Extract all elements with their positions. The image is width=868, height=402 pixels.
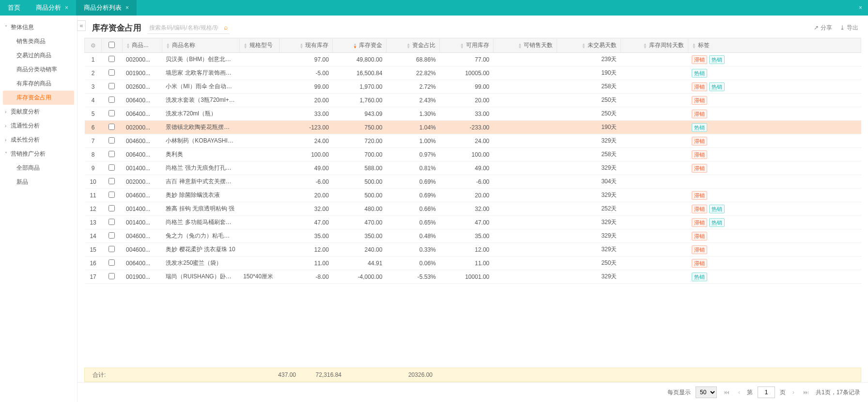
row-checkbox[interactable] [108,232,115,239]
badge-slow: 滞销 [692,110,707,118]
tab-close-icon[interactable]: × [65,4,68,11]
table-row[interactable]: 5006400...洗发水720ml（瓶）33.00943.091.30%33.… [85,107,861,121]
col-header-name[interactable]: ▲▼商品名称 [162,38,239,53]
cell-name: 小米（MI）雨伞 全自动折叠 [162,80,239,94]
cell-noTrade: 329天 [557,134,621,148]
row-checkbox[interactable] [108,96,115,103]
cell-fund: -4,000.00 [333,270,386,284]
row-checkbox[interactable] [108,151,115,157]
table-row[interactable]: 14004600...兔之力（兔の力）粘毛器粘35.00350.000.48%3… [85,229,861,243]
row-checkbox[interactable] [108,205,115,211]
tab-商品分析列表[interactable]: 商品分析列表× [76,0,137,16]
row-checkbox[interactable] [108,246,115,252]
cell-turnover [620,134,688,148]
cell-code: 004600... [122,189,162,202]
row-checkbox[interactable] [108,83,115,89]
table-row[interactable]: 7004600...小林制药（KOBAYASHI）日24.00720.001.0… [85,134,861,148]
tree-group-贡献度分析[interactable]: ›贡献度分析 [0,105,77,119]
tree-leaf-新品[interactable]: 新品 [0,175,77,189]
caret-right-icon: › [5,137,11,143]
row-tags: 滞销热销 [688,53,861,66]
cell-fund: 240.00 [333,243,386,257]
row-checkbox[interactable] [108,178,115,184]
tab-商品分析[interactable]: 商品分析× [28,0,76,16]
table-row[interactable]: 17001900...瑞尚（RUISHANG）卧室音150*40厘米-8.00-… [85,270,861,284]
tree-leaf-商品分类动销率[interactable]: 商品分类动销率 [0,63,77,77]
pager-last-icon[interactable]: ⏭ [801,389,811,396]
col-header-saleDays[interactable]: ▲▼可销售天数 [493,38,557,53]
row-checkbox[interactable] [108,273,115,279]
row-index: 7 [85,134,102,148]
table-row[interactable]: 9001400...尚格兰 强力无痕免打孔浴室49.00588.000.81%4… [85,161,861,175]
tree-group-整体信息[interactable]: ˅整体信息 [0,20,77,34]
pager-first-icon[interactable]: ⏮ [722,389,731,396]
row-checkbox[interactable] [108,124,115,130]
share-button[interactable]: ↗ 分享 [814,24,832,32]
row-checkbox[interactable] [108,164,115,171]
cell-turnover [620,216,688,229]
window-close-icon[interactable]: × [856,0,865,16]
pager: 每页显示 50 ⏮ ‹ 第 页 › ⏭ 共1页，17条记录 [78,382,868,402]
row-checkbox[interactable] [108,192,115,198]
row-checkbox[interactable] [108,56,115,62]
row-checkbox[interactable] [108,137,115,144]
tree-leaf-销售类商品[interactable]: 销售类商品 [0,34,77,48]
col-header-code[interactable]: ▲▼商品... [122,38,162,53]
table-row[interactable]: 15004600...奥妙 樱花柔护 洗衣凝珠 1012.00240.000.3… [85,243,861,257]
tree-leaf-有库存的商品[interactable]: 有库存的商品 [0,77,77,91]
gear-icon[interactable]: ⚙ [91,42,96,49]
tree-leaf-库存资金占用[interactable]: 库存资金占用 [3,91,74,105]
col-header-avail[interactable]: ▲▼可用库存 [440,38,493,53]
col-header-stock[interactable]: ▲▼现有库存 [279,38,332,53]
table-row[interactable]: 13001400...尚格兰 多功能马桶刷套装 月47.00470.000.65… [85,216,861,229]
col-header-noTrade[interactable]: ▲▼未交易天数 [557,38,621,53]
row-checkbox[interactable] [108,110,115,116]
col-header-spec[interactable]: ▲▼规格型号 [239,38,279,53]
row-tags: 滞销 [688,229,861,243]
pager-prev-icon[interactable]: ‹ [736,389,742,396]
row-checkbox[interactable] [108,69,115,76]
cell-name: 雅高 挂钩 无痕透明粘钩 强 [162,202,239,216]
col-header-turnover[interactable]: ▲▼库存周转天数 [620,38,688,53]
badge-slow: 滞销 [692,55,707,64]
row-checkbox[interactable] [108,219,115,225]
col-header-fund[interactable]: ▲▼库存资金 [333,38,386,53]
per-page-select[interactable]: 50 [696,386,717,398]
pager-next-icon[interactable]: › [790,389,796,396]
search-icon[interactable]: ⌕ [224,23,228,31]
export-button[interactable]: ⤓ 导出 [840,24,858,32]
tree-group-成长性分析[interactable]: ›成长性分析 [0,133,77,147]
col-header-tags[interactable]: ▲▼标签 [688,38,861,53]
cell-noTrade: 329天 [557,161,621,175]
table-row[interactable]: 11004600...奥妙 除菌除螨洗衣液20.00500.000.69%20.… [85,189,861,202]
cell-pct: 0.69% [386,189,439,202]
table-row[interactable]: 16006400...洗发水250蜜兰（袋）11.0044.910.06%11.… [85,257,861,270]
cell-name: 洗发水250蜜兰（袋） [162,257,239,270]
table-row[interactable]: 8006400...奥利奥100.00700.000.97%100.00258天… [85,148,861,161]
cell-code: 001400... [122,216,162,229]
table-row[interactable]: 3002600...小米（MI）雨伞 全自动折叠99.001,970.002.7… [85,80,861,94]
table-row[interactable]: 6002000...景德镇北欧陶瓷花瓶摆件 仿-123.00750.001.04… [85,121,861,134]
tree-leaf-交易过的商品[interactable]: 交易过的商品 [0,48,77,63]
cell-name: 洗发水720ml（瓶） [162,107,239,121]
tree-group-营销推广分析[interactable]: ˅营销推广分析 [0,147,77,161]
cell-avail: -233.00 [440,121,493,134]
cell-fund: 1,760.00 [333,94,386,107]
row-checkbox[interactable] [108,259,115,266]
page-number-input[interactable] [758,386,775,398]
table-row[interactable]: 12001400...雅高 挂钩 无痕透明粘钩 强32.00480.000.66… [85,202,861,216]
table-row[interactable]: 4006400...洗发水套装（3瓶720ml+1）20.001,760.002… [85,94,861,107]
tab-close-icon[interactable]: × [125,4,129,11]
select-all-checkbox[interactable] [108,42,115,48]
cell-code: 002000... [122,121,162,134]
col-header-pct[interactable]: ▲▼资金占比 [386,38,439,53]
tab-首页[interactable]: 首页 [0,0,28,16]
sidebar-collapse-button[interactable]: « [77,20,86,31]
search-input[interactable] [147,21,230,34]
table-row[interactable]: 10002000...吉百 禅意新中式玄关摆件客-6.00500.000.69%… [85,175,861,189]
table-row[interactable]: 2001900...墙思家 北欧客厅装饰画卧室-5.0016,500.8422.… [85,66,861,80]
tree-leaf-全部商品[interactable]: 全部商品 [0,161,77,175]
cell-avail: 47.00 [440,216,493,229]
table-row[interactable]: 1002000...贝汉美（BHM）创意北欧简97.0049,800.0068.… [85,53,861,66]
tree-group-流通性分析[interactable]: ›流通性分析 [0,119,77,133]
